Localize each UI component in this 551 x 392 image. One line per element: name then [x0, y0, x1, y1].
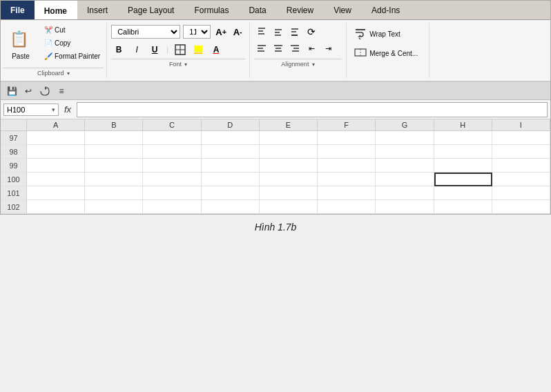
cell-97-g[interactable]: [376, 131, 434, 145]
cell-99-f[interactable]: [318, 159, 376, 173]
cell-100-g[interactable]: [376, 173, 434, 186]
align-bottom-button[interactable]: [287, 24, 302, 39]
col-header-d[interactable]: D: [202, 119, 260, 130]
cell-97-i[interactable]: [492, 131, 550, 145]
cell-100-h[interactable]: [434, 173, 492, 186]
undo-button[interactable]: ↩: [21, 84, 35, 98]
name-box[interactable]: H100 ▾: [3, 104, 59, 116]
cell-97-h[interactable]: [434, 131, 492, 145]
cell-100-a[interactable]: [27, 173, 85, 186]
cell-99-a[interactable]: [27, 159, 85, 173]
cell-97-a[interactable]: [27, 131, 85, 145]
cut-button[interactable]: ✂️ Cut: [41, 24, 104, 36]
cell-101-c[interactable]: [143, 186, 201, 200]
font-color-button[interactable]: A: [209, 42, 224, 57]
cell-98-e[interactable]: [260, 145, 318, 159]
col-header-c[interactable]: C: [143, 119, 201, 130]
align-left-button[interactable]: [254, 41, 269, 56]
cell-100-b[interactable]: [85, 173, 143, 186]
fill-color-button[interactable]: [191, 42, 206, 57]
tab-page-layout[interactable]: Page Layout: [118, 1, 184, 19]
cell-100-f[interactable]: [318, 173, 376, 186]
cell-99-b[interactable]: [85, 159, 143, 173]
border-button[interactable]: [173, 42, 188, 57]
cell-101-a[interactable]: [27, 186, 85, 200]
cell-102-c[interactable]: [143, 200, 201, 214]
cell-98-b[interactable]: [85, 145, 143, 159]
formula-input[interactable]: [77, 102, 548, 117]
font-size-select[interactable]: 11: [183, 25, 211, 39]
indent-decrease-button[interactable]: ⇤: [304, 41, 319, 56]
cell-98-i[interactable]: [492, 145, 550, 159]
cell-98-h[interactable]: [434, 145, 492, 159]
cell-97-d[interactable]: [202, 131, 260, 145]
cell-101-h[interactable]: [434, 186, 492, 200]
font-name-select[interactable]: Calibri: [111, 25, 180, 39]
cell-102-b[interactable]: [85, 200, 143, 214]
cell-99-h[interactable]: [434, 159, 492, 173]
tab-home[interactable]: Home: [35, 1, 77, 19]
tab-file[interactable]: File: [1, 1, 35, 19]
cell-101-f[interactable]: [318, 186, 376, 200]
col-header-b[interactable]: B: [85, 119, 143, 130]
font-expand-icon[interactable]: ▾: [184, 61, 187, 68]
merge-center-button[interactable]: Merge & Cent...: [351, 43, 425, 63]
tab-view[interactable]: View: [324, 1, 362, 19]
italic-button[interactable]: I: [129, 42, 144, 57]
cell-99-i[interactable]: [492, 159, 550, 173]
cell-101-e[interactable]: [260, 186, 318, 200]
wrap-text-button[interactable]: Wrap Text: [351, 24, 425, 43]
tab-formulas[interactable]: Formulas: [184, 1, 239, 19]
cell-102-i[interactable]: [492, 200, 550, 214]
cell-98-a[interactable]: [27, 145, 85, 159]
cell-101-g[interactable]: [376, 186, 434, 200]
tab-add-ins[interactable]: Add-Ins: [362, 1, 410, 19]
col-header-f[interactable]: F: [318, 119, 376, 130]
font-label[interactable]: Font ▾: [111, 59, 245, 68]
cell-102-d[interactable]: [202, 200, 260, 214]
cell-100-e[interactable]: [260, 173, 318, 186]
name-box-arrow-icon[interactable]: ▾: [52, 106, 55, 113]
font-grow-button[interactable]: A+: [213, 24, 229, 39]
cell-102-f[interactable]: [318, 200, 376, 214]
col-header-g[interactable]: G: [376, 119, 434, 130]
cell-100-c[interactable]: [143, 173, 201, 186]
cell-100-i[interactable]: [492, 173, 550, 186]
col-header-a[interactable]: A: [27, 119, 85, 130]
cell-102-g[interactable]: [376, 200, 434, 214]
save-button[interactable]: 💾: [5, 84, 19, 98]
tab-insert[interactable]: Insert: [77, 1, 118, 19]
cell-98-f[interactable]: [318, 145, 376, 159]
cell-101-b[interactable]: [85, 186, 143, 200]
bold-button[interactable]: B: [111, 42, 126, 57]
cell-97-e[interactable]: [260, 131, 318, 145]
format-painter-button[interactable]: 🖌️ Format Painter: [41, 50, 104, 62]
cell-98-d[interactable]: [202, 145, 260, 159]
clipboard-expand-icon[interactable]: ▾: [67, 70, 70, 77]
cell-102-a[interactable]: [27, 200, 85, 214]
cell-99-d[interactable]: [202, 159, 260, 173]
align-center-button[interactable]: [271, 41, 286, 56]
alignment-label[interactable]: Alignment ▾: [254, 59, 342, 68]
cell-102-h[interactable]: [434, 200, 492, 214]
cell-97-f[interactable]: [318, 131, 376, 145]
cell-98-g[interactable]: [376, 145, 434, 159]
cell-99-e[interactable]: [260, 159, 318, 173]
col-header-e[interactable]: E: [260, 119, 318, 130]
cell-97-c[interactable]: [143, 131, 201, 145]
paste-button[interactable]: 📋 Paste: [3, 24, 38, 66]
cell-98-c[interactable]: [143, 145, 201, 159]
col-header-h[interactable]: H: [434, 119, 492, 130]
align-top-button[interactable]: [254, 24, 269, 39]
orientation-button[interactable]: ⟳: [304, 24, 319, 39]
font-shrink-button[interactable]: A-: [230, 24, 245, 39]
tab-data[interactable]: Data: [239, 1, 276, 19]
cell-101-d[interactable]: [202, 186, 260, 200]
underline-button[interactable]: U: [147, 42, 162, 57]
cell-101-i[interactable]: [492, 186, 550, 200]
cell-97-b[interactable]: [85, 131, 143, 145]
tab-review[interactable]: Review: [277, 1, 324, 19]
col-header-i[interactable]: I: [492, 119, 550, 130]
align-middle-button[interactable]: [271, 24, 286, 39]
cell-102-e[interactable]: [260, 200, 318, 214]
